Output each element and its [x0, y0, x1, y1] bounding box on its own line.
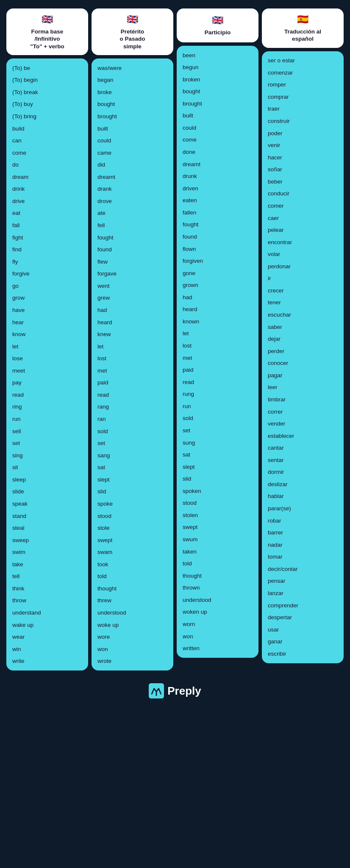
column-body-participle: beenbegunbrokenboughtbroughtbuiltcouldco…: [177, 46, 258, 658]
cell-preterite-22: knew: [93, 328, 172, 341]
cell-participle-45: understood: [178, 594, 257, 606]
cell-spanish-40: nadar: [264, 539, 342, 551]
cell-participle-26: paid: [178, 364, 257, 376]
cell-preterite-44: threw: [93, 595, 172, 607]
cell-preterite-21: heard: [93, 316, 172, 328]
cell-preterite-1: began: [93, 74, 172, 86]
cell-preterite-24: lost: [93, 353, 172, 365]
cell-participle-42: told: [178, 558, 257, 570]
cell-participle-44: thrown: [178, 582, 257, 594]
cell-preterite-46: woke up: [93, 619, 172, 631]
cell-participle-39: swept: [178, 521, 257, 534]
cell-base-47: wear: [8, 631, 86, 643]
cell-base-41: take: [8, 558, 86, 570]
cell-base-14: fight: [8, 231, 86, 244]
cell-preterite-40: swam: [93, 546, 172, 559]
cell-preterite-0: was/were: [93, 62, 172, 74]
cell-spanish-5: construir: [264, 115, 342, 128]
cell-preterite-26: paid: [93, 377, 172, 389]
cell-spanish-22: saber: [264, 321, 342, 333]
cell-participle-10: drunk: [178, 170, 257, 183]
cell-participle-46: woken up: [178, 606, 257, 618]
cell-preterite-6: could: [93, 135, 172, 147]
cell-participle-16: flown: [178, 243, 257, 255]
footer: Preply: [149, 683, 201, 698]
cell-spanish-6: poder: [264, 127, 342, 139]
cell-participle-34: slept: [178, 461, 257, 473]
cell-spanish-7: venir: [264, 139, 342, 152]
column-label-participle: Participio: [205, 29, 231, 36]
cell-base-3: (To) buy: [8, 98, 86, 111]
cell-participle-8: done: [178, 146, 257, 159]
cell-base-4: (To) bring: [8, 110, 86, 122]
column-label-preterite: Pretérito o Pasado simple: [119, 28, 145, 50]
cell-spanish-3: comprar: [264, 91, 342, 103]
cell-base-16: fly: [8, 256, 86, 268]
cell-spanish-32: cantar: [264, 442, 342, 454]
cell-base-44: throw: [8, 595, 86, 607]
cell-participle-36: spoken: [178, 485, 257, 497]
cell-spanish-21: escuchar: [264, 309, 342, 321]
cell-spanish-43: pensar: [264, 575, 342, 587]
cell-base-28: ring: [8, 401, 86, 413]
cell-preterite-39: swept: [93, 534, 172, 546]
cell-participle-33: sat: [178, 449, 257, 461]
cell-preterite-2: broke: [93, 86, 172, 98]
cell-base-7: come: [8, 147, 86, 159]
cell-spanish-35: deslizar: [264, 478, 342, 490]
cell-base-37: stand: [8, 510, 86, 522]
cell-spanish-4: traer: [264, 103, 342, 115]
column-body-preterite: was/werebeganbrokeboughtbroughtbuiltcoul…: [92, 58, 173, 670]
cell-participle-11: driven: [178, 182, 257, 195]
cell-spanish-31: establecer: [264, 430, 342, 442]
column-label-base: Forma base /Infinitivo "To" + verbo: [30, 28, 64, 50]
cell-preterite-45: understood: [93, 607, 172, 619]
cell-preterite-41: took: [93, 558, 172, 570]
cell-participle-35: slid: [178, 473, 257, 485]
cell-participle-22: known: [178, 315, 257, 328]
cell-spanish-27: leer: [264, 381, 342, 394]
cell-base-46: wake up: [8, 619, 86, 631]
cell-base-38: steal: [8, 522, 86, 534]
cell-base-40: swim: [8, 546, 86, 559]
column-header-base: 🇬🇧Forma base /Infinitivo "To" + verbo: [6, 8, 88, 55]
cell-preterite-31: set: [93, 437, 172, 450]
column-header-spanish: 🇪🇸Traducción al español: [262, 8, 344, 48]
cell-preterite-16: flew: [93, 256, 172, 268]
cell-preterite-34: slept: [93, 473, 172, 486]
cell-base-49: write: [8, 655, 86, 668]
cell-participle-40: swum: [178, 534, 257, 546]
cell-base-35: slide: [8, 486, 86, 498]
cell-spanish-8: hacer: [264, 151, 342, 164]
cell-participle-47: worn: [178, 618, 257, 630]
cell-base-0: (To) be: [8, 62, 86, 74]
cell-spanish-42: decir/contar: [264, 563, 342, 575]
cell-preterite-25: met: [93, 364, 172, 377]
cell-base-15: find: [8, 244, 86, 256]
column-header-participle: 🇬🇧Participio: [177, 8, 258, 42]
flag-base: 🇬🇧: [42, 14, 53, 26]
column-body-base: (To) be(To) begin(To) break(To) buy(To) …: [6, 58, 88, 670]
cell-spanish-23: dejar: [264, 333, 342, 345]
cell-base-32: sing: [8, 449, 86, 462]
cell-spanish-46: despertar: [264, 612, 342, 624]
cell-preterite-5: built: [93, 122, 172, 135]
cell-participle-4: brought: [178, 97, 257, 110]
cell-base-21: hear: [8, 316, 86, 328]
cell-participle-1: begun: [178, 61, 257, 74]
cell-preterite-3: bought: [93, 98, 172, 111]
cell-base-42: tell: [8, 570, 86, 583]
cell-base-26: pay: [8, 377, 86, 389]
cell-base-31: set: [8, 437, 86, 450]
column-participle: 🇬🇧Participiobeenbegunbrokenboughtbrought…: [177, 8, 258, 670]
cell-spanish-34: dormir: [264, 466, 342, 479]
cell-participle-20: had: [178, 291, 257, 303]
cell-base-30: sell: [8, 425, 86, 437]
cell-participle-31: set: [178, 424, 257, 437]
column-body-spanish: ser o estarcomenzarrompercomprartraercon…: [262, 51, 344, 663]
cell-preterite-43: thought: [93, 582, 172, 595]
cell-spanish-10: beber: [264, 175, 342, 188]
cell-base-9: dream: [8, 171, 86, 183]
cell-spanish-16: volar: [264, 248, 342, 261]
cell-preterite-35: slid: [93, 486, 172, 498]
